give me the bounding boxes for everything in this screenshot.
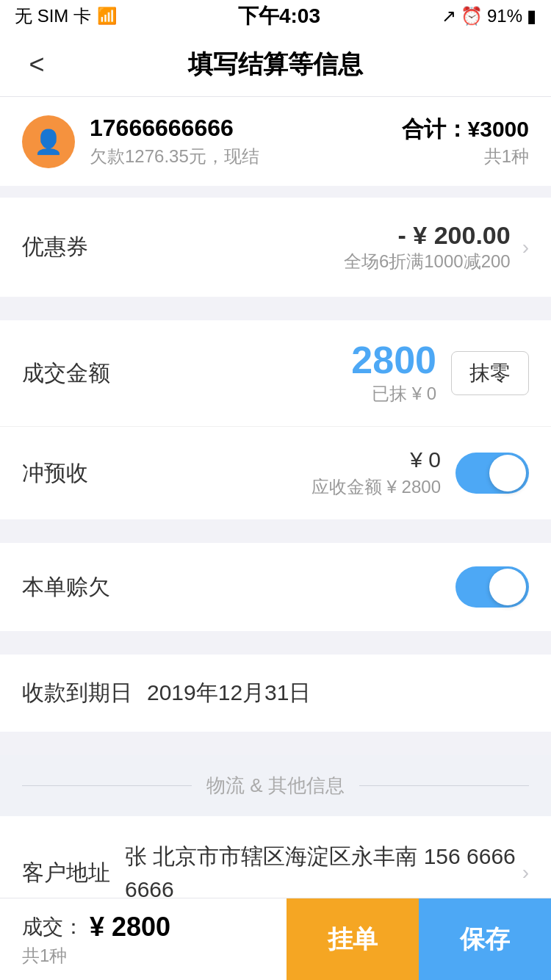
deal-zero-text: 已抹 ¥ 0	[372, 382, 436, 406]
total-value: 合计：¥3000	[402, 115, 529, 145]
page-title: 填写结算等信息	[188, 48, 363, 82]
debt-row: 本单赊欠	[0, 543, 551, 631]
spacer2	[0, 531, 551, 543]
footer-deal-label: 成交：	[22, 913, 84, 941]
precollect-label: 冲预收	[22, 458, 88, 489]
wifi-icon: 📶	[97, 7, 117, 26]
deal-amount-row: 成交金额 2800 已抹 ¥ 0 抹零	[0, 320, 551, 427]
coupon-desc: 全场6折满1000减200	[344, 250, 511, 273]
spacer3	[0, 643, 551, 655]
deal-amount-value: 2800	[351, 341, 436, 379]
round-zero-button[interactable]: 抹零	[451, 351, 529, 395]
address-label: 客户地址	[22, 858, 110, 888]
precollect-receivable: 应收金额 ¥ 2800	[311, 475, 441, 499]
spacer4	[0, 743, 551, 755]
precollect-toggle[interactable]	[455, 453, 529, 494]
battery-icon: ▮	[527, 6, 536, 26]
alarm-icon: ⏰	[461, 6, 483, 26]
deal-amount-label: 成交金额	[22, 359, 110, 389]
customer-right: 合计：¥3000 共1种	[402, 115, 529, 168]
status-left: 无 SIM 卡 📶	[15, 4, 117, 28]
logistics-divider: 物流 & 其他信息	[0, 755, 551, 816]
coupon-right: - ¥ 200.00 全场6折满1000减200 ›	[344, 221, 529, 273]
sim-text: 无 SIM 卡	[15, 4, 91, 28]
duedate-row: 收款到期日 2019年12月31日	[0, 655, 551, 732]
footer-count: 共1种	[22, 944, 264, 968]
nav-bar: < 填写结算等信息	[0, 32, 551, 97]
deal-right: 2800 已抹 ¥ 0 抹零	[351, 341, 529, 406]
coupon-row[interactable]: 优惠券 - ¥ 200.00 全场6折满1000减200 ›	[0, 198, 551, 297]
status-bar: 无 SIM 卡 📶 下午4:03 ↗ ⏰ 91% ▮	[0, 0, 551, 32]
save-button[interactable]: 保存	[419, 898, 551, 981]
divider-text: 物流 & 其他信息	[206, 773, 345, 799]
debt-label: 本单赊欠	[22, 572, 110, 602]
footer: 成交： ¥ 2800 共1种 挂单 保存	[0, 898, 551, 980]
precollect-row: 冲预收 ¥ 0 应收金额 ¥ 2800	[0, 427, 551, 519]
status-right: ↗ ⏰ 91% ▮	[442, 6, 536, 26]
customer-subtitle: 欠款1276.35元，现结	[90, 145, 259, 168]
customer-info: 17666666666 欠款1276.35元，现结	[90, 115, 259, 168]
duedate-label: 收款到期日	[22, 678, 132, 708]
hang-button[interactable]: 挂单	[287, 898, 419, 981]
debt-toggle[interactable]	[455, 566, 529, 608]
content: 👤 17666666666 欠款1276.35元，现结 合计：¥3000 共1种…	[0, 97, 551, 980]
coupon-chevron-icon: ›	[522, 236, 529, 259]
spacer1	[0, 309, 551, 320]
avatar-icon: 👤	[34, 128, 63, 156]
back-icon: <	[29, 49, 44, 80]
precollect-amount: ¥ 0	[410, 447, 441, 472]
divider-line-right	[359, 785, 529, 786]
duedate-value: 2019年12月31日	[147, 678, 311, 708]
customer-phone: 17666666666	[90, 115, 259, 142]
address-chevron-icon: ›	[522, 861, 529, 884]
location-icon: ↗	[442, 6, 456, 26]
coupon-label: 优惠券	[22, 232, 88, 262]
total-count: 共1种	[402, 145, 529, 168]
footer-deal: 成交： ¥ 2800	[22, 912, 264, 943]
deal-section: 成交金额 2800 已抹 ¥ 0 抹零 冲预收 ¥ 0 应收金额 ¥ 2800	[0, 320, 551, 519]
coupon-section: 优惠券 - ¥ 200.00 全场6折满1000减200 ›	[0, 198, 551, 297]
footer-info: 成交： ¥ 2800 共1种	[0, 912, 287, 968]
customer-card: 👤 17666666666 欠款1276.35元，现结 合计：¥3000 共1种	[0, 97, 551, 186]
precollect-right: ¥ 0 应收金额 ¥ 2800	[311, 447, 529, 499]
address-value: 张 北京市市辖区海淀区永丰南 156 6666 6666	[125, 840, 516, 906]
footer-deal-amount: ¥ 2800	[90, 912, 170, 943]
toggle-knob	[489, 455, 526, 491]
debt-toggle-knob	[489, 569, 526, 605]
battery-text: 91%	[487, 6, 522, 26]
avatar: 👤	[22, 115, 75, 168]
customer-left: 👤 17666666666 欠款1276.35元，现结	[22, 115, 259, 168]
coupon-amount: - ¥ 200.00	[398, 221, 511, 250]
back-button[interactable]: <	[15, 43, 59, 87]
divider-line-left	[22, 785, 192, 786]
status-time: 下午4:03	[238, 2, 320, 30]
